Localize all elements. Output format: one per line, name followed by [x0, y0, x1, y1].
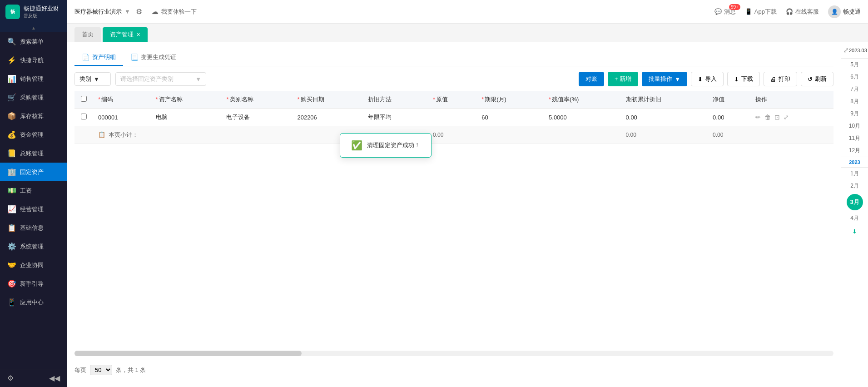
- sidebar-item-apps[interactable]: 📱 应用中心: [0, 293, 67, 312]
- logo-text: 畅捷通好业财 普及版: [24, 5, 59, 19]
- topbar-settings-icon[interactable]: ⚙: [136, 7, 142, 16]
- month-4[interactable]: 4月: [841, 212, 868, 224]
- sidebar-item-purchase[interactable]: 🛒 采购管理: [0, 88, 67, 107]
- month-9[interactable]: 9月: [841, 108, 868, 120]
- sidebar-item-label: 新手引导: [20, 280, 44, 288]
- table-header-row: *编码 *资产名称 *类别名称 *购买日期 折旧方法 *原值 *期限(月) *残…: [74, 91, 833, 109]
- sidebar-item-basic[interactable]: 📋 基础信息: [0, 218, 67, 237]
- print-label: 打印: [779, 75, 790, 83]
- month-1[interactable]: 1月: [841, 168, 868, 180]
- download-button[interactable]: ⬇ 下载: [727, 72, 760, 86]
- per-page-select[interactable]: 50: [90, 365, 112, 375]
- collapse-icon[interactable]: ◀◀: [49, 374, 60, 382]
- month-10[interactable]: 10月: [841, 120, 868, 132]
- table-row: 000001 电脑 电子设备 202206 年限平均 60 5.0000 0.0…: [74, 109, 833, 126]
- sidebar-item-ledger[interactable]: 📒 总账管理: [0, 144, 67, 163]
- expand-panel-button[interactable]: ⤢: [843, 46, 849, 55]
- batch-ops-button[interactable]: 批量操作 ▼: [642, 72, 687, 86]
- month-7[interactable]: 7月: [841, 83, 868, 95]
- sidebar-item-label: 应用中心: [20, 298, 44, 307]
- month-2[interactable]: 2月: [841, 180, 868, 192]
- subtab-voucher[interactable]: 📃 变更生成凭证: [123, 50, 184, 66]
- subtab-detail[interactable]: 📄 资产明细: [74, 50, 123, 66]
- sidebar-item-quicknav[interactable]: ⚡ 快捷导航: [0, 51, 67, 69]
- sales-icon: 📊: [7, 74, 16, 83]
- scrollbar-thumb[interactable]: [74, 351, 302, 356]
- user-menu[interactable]: 👤 畅捷通: [828, 5, 861, 18]
- cell-actions: ✏ 🗑 ⊡ ⤢: [750, 109, 833, 126]
- right-panel-year: 2023.03: [849, 48, 867, 53]
- more-icon[interactable]: ⤢: [784, 114, 789, 121]
- month-12[interactable]: 12月: [841, 144, 868, 157]
- right-panel-down-button[interactable]: ⬇: [841, 224, 868, 238]
- horizontal-scrollbar[interactable]: [74, 351, 833, 356]
- month-8[interactable]: 8月: [841, 95, 868, 108]
- assets-table: *编码 *资产名称 *类别名称 *购买日期 折旧方法 *原值 *期限(月) *残…: [74, 91, 833, 144]
- col-original: *原值: [427, 91, 476, 109]
- batch-ops-label: 批量操作: [649, 75, 672, 83]
- right-panel: ⤢ 2023.03 ✕ 5月 6月 7月 8月 9月 10月 11月 12月 2…: [841, 42, 868, 387]
- service-button[interactable]: 🎧 在线客服: [786, 8, 819, 16]
- app-icon: 📱: [745, 8, 752, 15]
- fixed-icon: 🏢: [7, 168, 16, 176]
- month-3-current[interactable]: 3月: [847, 194, 863, 210]
- cell-accumulated: 0.00: [620, 109, 708, 126]
- success-icon: ✅: [351, 140, 362, 151]
- sidebar-item-fixed[interactable]: 🏢 固定资产: [0, 163, 67, 181]
- delete-icon[interactable]: 🗑: [764, 114, 771, 121]
- print-button[interactable]: 🖨 打印: [764, 72, 797, 86]
- col-period: *期限(月): [476, 91, 543, 109]
- month-6[interactable]: 6月: [841, 71, 868, 83]
- app-download-button[interactable]: 📱 App下载: [745, 8, 777, 16]
- topbar-company[interactable]: 医疗器械行业演示 ▼: [74, 8, 130, 16]
- basic-icon: 📋: [7, 223, 16, 232]
- sidebar-item-sales[interactable]: 📊 销售管理: [0, 69, 67, 88]
- sidebar-item-guide[interactable]: 🎯 新手引导: [0, 274, 67, 293]
- tab-assets[interactable]: 资产管理 ✕: [103, 27, 148, 42]
- cloud-icon: ☁: [151, 7, 159, 16]
- toolbar-right: 对账 + 新增 批量操作 ▼ ⬇ 导入 ⬇ 下载 🖨: [579, 72, 833, 86]
- col-category: *类别名称: [221, 91, 292, 109]
- category-input-arrow: ▼: [195, 76, 201, 83]
- sidebar-item-funds[interactable]: 💰 资金管理: [0, 125, 67, 144]
- category-input[interactable]: 请选择固定资产类别 ▼: [115, 72, 206, 86]
- msg-button[interactable]: 💬 消息 99+: [714, 8, 736, 16]
- sidebar-scroll-up[interactable]: ▲: [0, 24, 67, 32]
- quicknav-icon: ⚡: [7, 56, 16, 64]
- subtotal-row: 📋 本页小计： 0.00 0.00 0.00: [74, 126, 833, 144]
- tab-assets-close-icon[interactable]: ✕: [136, 32, 140, 38]
- month-5[interactable]: 5月: [841, 59, 868, 71]
- edit-icon[interactable]: ✏: [755, 114, 761, 121]
- sidebar-item-search[interactable]: 🔍 搜索菜单: [0, 32, 67, 51]
- logo-title: 畅捷通好业财: [24, 5, 59, 13]
- sidebar-item-ops[interactable]: 📈 经营管理: [0, 200, 67, 218]
- row-checkbox[interactable]: [81, 114, 87, 119]
- select-all-header[interactable]: [74, 91, 93, 109]
- sidebar-item-collab[interactable]: 🤝 企业协同: [0, 256, 67, 274]
- settings-icon[interactable]: ⚙: [7, 374, 14, 382]
- import-button[interactable]: ⬇ 导入: [691, 72, 724, 86]
- topbar-experience[interactable]: ☁ 我要体验一下: [151, 7, 197, 16]
- new-button[interactable]: + 新增: [608, 72, 638, 86]
- copy-icon[interactable]: ⊡: [774, 114, 780, 121]
- print-icon: 🖨: [770, 76, 776, 83]
- select-all-checkbox[interactable]: [81, 96, 87, 102]
- category-filter[interactable]: 类别 ▼: [74, 72, 111, 86]
- tab-home[interactable]: 首页: [74, 27, 101, 42]
- service-icon: 🎧: [786, 8, 793, 15]
- sidebar-item-system[interactable]: ⚙️ 系统管理: [0, 237, 67, 256]
- month-11[interactable]: 11月: [841, 132, 868, 144]
- col-name: *资产名称: [150, 91, 221, 109]
- sidebar-item-label: 快捷导航: [20, 56, 44, 64]
- system-icon: ⚙️: [7, 242, 16, 251]
- subtotal-period: [476, 126, 543, 144]
- col-depreciation: 折旧方法: [362, 91, 427, 109]
- sidebar-bottom: ⚙ ◀◀: [0, 369, 67, 387]
- sidebar-item-salary[interactable]: 💵 工资: [0, 181, 67, 200]
- sidebar-item-label: 经营管理: [20, 205, 44, 213]
- refresh-button[interactable]: ↺ 刷新: [801, 72, 833, 86]
- reconcile-button[interactable]: 对账: [579, 72, 604, 86]
- row-checkbox-cell[interactable]: [74, 109, 93, 126]
- sidebar-item-inventory[interactable]: 📦 库存核算: [0, 107, 67, 125]
- company-dropdown-arrow: ▼: [124, 8, 130, 15]
